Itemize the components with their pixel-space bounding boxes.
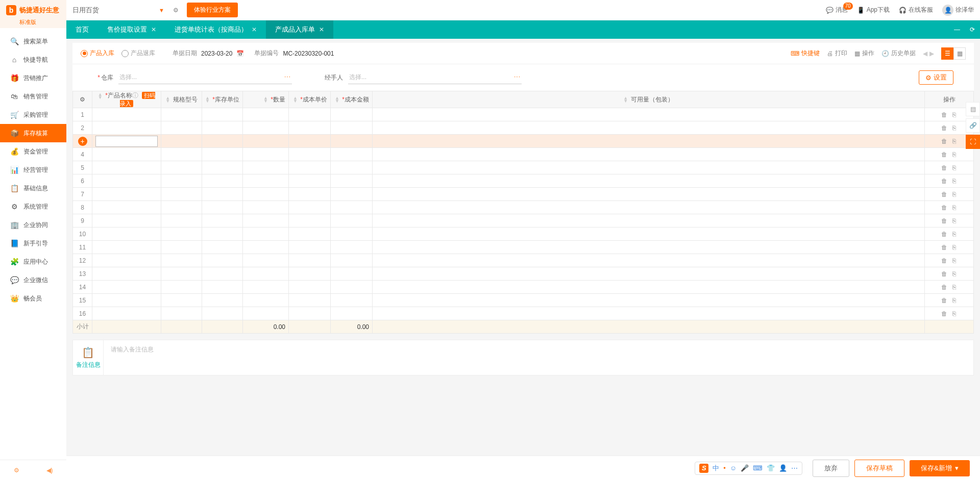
operate-button[interactable]: ▦ 操作 [854, 49, 874, 58]
delete-icon[interactable]: 🗑 [941, 178, 948, 185]
sidebar-item[interactable]: 🎁营销推广 [0, 69, 66, 87]
next-button[interactable]: ▶ [929, 50, 934, 57]
copy-icon[interactable]: ⎘ [951, 178, 958, 185]
app-download-button[interactable]: 📱 App下载 [857, 6, 890, 14]
delete-icon[interactable]: 🗑 [941, 284, 948, 291]
save-draft-button[interactable]: 保存草稿 [854, 460, 904, 477]
delete-icon[interactable]: 🗑 [941, 191, 948, 198]
save-new-button[interactable]: 保存&新增 ▾ [910, 460, 970, 476]
delete-icon[interactable]: 🗑 [941, 151, 948, 158]
copy-icon[interactable]: ⎘ [951, 297, 958, 304]
rail-btn-1[interactable]: ▤ [966, 102, 980, 116]
sidebar-item[interactable]: 📊经营管理 [0, 161, 66, 179]
print-button[interactable]: 🖨 打印 [827, 49, 847, 58]
delete-icon[interactable]: 🗑 [941, 297, 948, 304]
radio-product-in[interactable]: 产品入库 [81, 49, 114, 58]
user-menu[interactable]: 👤 徐泽华 [942, 5, 974, 16]
col-spec[interactable]: ▲▼ 规格型号 [161, 91, 202, 108]
delete-icon[interactable]: 🗑 [941, 124, 948, 132]
rail-btn-3[interactable]: ⛶ [966, 135, 980, 149]
col-qty[interactable]: ▲▼ *数量 [243, 91, 289, 108]
sidebar-item[interactable]: 🔍搜索菜单 [0, 32, 66, 50]
remarks-input[interactable]: 请输入备注信息 [104, 340, 973, 375]
column-settings-button[interactable]: ⚙ [73, 91, 92, 108]
category-settings-button[interactable]: ⚙ [170, 5, 181, 15]
delete-icon[interactable]: 🗑 [941, 204, 948, 211]
close-icon[interactable]: ✕ [319, 26, 324, 33]
history-button[interactable]: 🕘 历史单据 [881, 49, 916, 58]
tab-refresh-button[interactable]: ⟳ [965, 20, 980, 39]
col-amount[interactable]: ▲▼ *成本金额 [331, 91, 373, 108]
delete-icon[interactable]: 🗑 [941, 138, 948, 145]
col-unit[interactable]: ▲▼ *库存单位 [202, 91, 243, 108]
operator-field[interactable]: 经手人 选择... ··· [323, 71, 522, 84]
delete-icon[interactable]: 🗑 [941, 231, 948, 238]
table-row[interactable]: 5🗑⎘ [73, 161, 974, 174]
delete-icon[interactable]: 🗑 [941, 257, 948, 264]
product-input[interactable] [95, 136, 158, 147]
copy-icon[interactable]: ⎘ [951, 138, 958, 145]
copy-icon[interactable]: ⎘ [951, 270, 958, 277]
prev-button[interactable]: ◀ [923, 50, 927, 57]
tab-minimize-button[interactable]: — [949, 20, 965, 39]
tab[interactable]: 产成品入库单✕ [266, 20, 333, 39]
add-row-button[interactable]: + [78, 137, 87, 146]
copy-icon[interactable]: ⎘ [951, 244, 958, 251]
delete-icon[interactable]: 🗑 [941, 270, 948, 277]
copy-icon[interactable]: ⎘ [951, 151, 958, 158]
sidebar-item[interactable]: 👑畅会员 [0, 289, 66, 308]
warehouse-field[interactable]: *仓库 选择... ··· [93, 71, 292, 84]
copy-icon[interactable]: ⎘ [951, 284, 958, 291]
table-row[interactable]: 14🗑⎘ [73, 281, 974, 294]
view-card-button[interactable]: ▦ [953, 47, 966, 60]
sidebar-item[interactable]: 📘新手引导 [0, 234, 66, 252]
sidebar-item[interactable]: 🛍销售管理 [0, 87, 66, 106]
table-row[interactable]: 15🗑⎘ [73, 294, 974, 307]
ime-bar[interactable]: S 中 •☺🎤⌨👕👤⋯ [695, 462, 802, 475]
close-icon[interactable]: ✕ [252, 26, 257, 33]
sidebar-item[interactable]: 🧩应用中心 [0, 252, 66, 271]
col-product[interactable]: ▲▼ *产品名称ⓘ 扫码录入 [92, 91, 161, 108]
table-row[interactable]: 2🗑⎘ [73, 121, 974, 135]
close-icon[interactable]: ✕ [151, 26, 156, 33]
tab[interactable]: 售价提取设置✕ [98, 20, 165, 39]
rail-btn-2[interactable]: 🔗 [966, 118, 980, 133]
copy-icon[interactable]: ⎘ [951, 191, 958, 198]
table-row[interactable]: 6🗑⎘ [73, 174, 974, 188]
ellipsis-icon[interactable]: ··· [284, 73, 291, 82]
table-row[interactable]: 12🗑⎘ [73, 254, 974, 267]
table-row[interactable]: 1🗑⎘ [73, 108, 974, 121]
cta-button[interactable]: 体验行业方案 [187, 3, 238, 17]
table-row[interactable]: +🗑⎘ [73, 135, 974, 148]
settings-button[interactable]: ⚙ 设置 [919, 70, 953, 85]
table-row[interactable]: 9🗑⎘ [73, 214, 974, 228]
discard-button[interactable]: 放弃 [813, 460, 849, 477]
table-row[interactable]: 13🗑⎘ [73, 267, 974, 281]
copy-icon[interactable]: ⎘ [951, 231, 958, 238]
sidebar-item[interactable]: 💬企业微信 [0, 271, 66, 289]
delete-icon[interactable]: 🗑 [941, 310, 948, 317]
view-list-button[interactable]: ☰ [941, 47, 953, 60]
delete-icon[interactable]: 🗑 [941, 244, 948, 251]
tab[interactable]: 首页 [66, 20, 98, 39]
table-row[interactable]: 16🗑⎘ [73, 307, 974, 320]
sidebar-item[interactable]: 🛒采购管理 [0, 106, 66, 124]
table-row[interactable]: 10🗑⎘ [73, 228, 974, 241]
copy-icon[interactable]: ⎘ [951, 124, 958, 132]
category-select[interactable]: 日用百货 ▼ [72, 6, 164, 15]
messages-button[interactable]: 💬 消息 70 [826, 6, 848, 14]
tab[interactable]: 进货单统计表（按商品）✕ [165, 20, 266, 39]
delete-icon[interactable]: 🗑 [941, 111, 948, 118]
shortcut-button[interactable]: ⌨ 快捷键 [791, 49, 820, 58]
online-service-button[interactable]: 🎧 在线客服 [899, 6, 933, 14]
table-row[interactable]: 7🗑⎘ [73, 188, 974, 201]
copy-icon[interactable]: ⎘ [951, 164, 958, 171]
sidebar-item[interactable]: ⚙系统管理 [0, 197, 66, 216]
table-row[interactable]: 4🗑⎘ [73, 148, 974, 161]
col-available[interactable]: ▲▼ 可用量（包装） [373, 91, 925, 108]
collapse-icon[interactable]: ◀) [46, 467, 53, 474]
sidebar-item[interactable]: 💰资金管理 [0, 142, 66, 161]
copy-icon[interactable]: ⎘ [951, 111, 958, 118]
sidebar-item[interactable]: 📦库存核算 [0, 124, 66, 142]
delete-icon[interactable]: 🗑 [941, 217, 948, 224]
